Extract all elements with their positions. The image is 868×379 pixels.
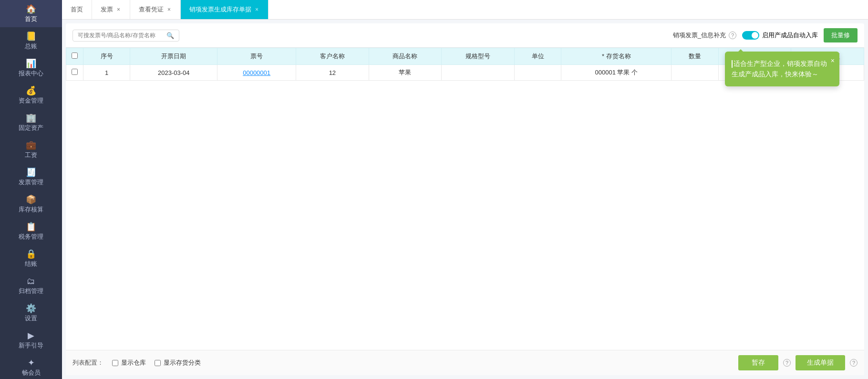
row-product-0: 苹果 <box>369 65 442 81</box>
search-input[interactable] <box>78 32 164 39</box>
sidebar-item-vip[interactable]: ✦ 畅会员 <box>0 354 62 379</box>
salary-icon: 💼 <box>26 141 36 149</box>
show-warehouse-checkbox[interactable] <box>112 360 118 366</box>
main-content: 首页发票×查看凭证×销项发票生成库存单据× 🔍 销项发票_信息补充 ? 启用产成… <box>62 0 868 379</box>
sidebar-label-funds: 资金管理 <box>19 96 43 105</box>
col-header-2: 开票日期 <box>130 48 217 65</box>
tab-sale_invoice[interactable]: 销项发票生成库存单据× <box>181 0 269 19</box>
archive-icon: 🗂 <box>27 277 35 285</box>
sidebar-item-invoice[interactable]: 🧾 发票管理 <box>0 163 62 190</box>
sidebar-label-guide: 新手引导 <box>19 341 43 350</box>
row-checkbox-0[interactable] <box>72 69 78 75</box>
col-header-7: 单位 <box>514 48 561 65</box>
row-unit-0 <box>514 65 561 81</box>
tooltip-cursor <box>732 60 733 68</box>
show-category-group: 显示存货分类 <box>155 358 201 367</box>
reports-icon: 📊 <box>26 59 36 68</box>
tab-view_voucher[interactable]: 查看凭证× <box>130 0 181 19</box>
bottom-actions: 暂存 ? 生成单据 ? <box>738 355 858 370</box>
row-customer-0: 12 <box>296 65 369 81</box>
auto-warehouse-toggle[interactable] <box>742 31 759 40</box>
show-warehouse-label: 显示仓库 <box>121 358 146 367</box>
sidebar-item-assets[interactable]: 🏢 固定资产 <box>0 109 62 136</box>
search-box[interactable]: 🔍 <box>72 30 179 42</box>
col-header-6: 规格型号 <box>442 48 515 65</box>
search-icon: 🔍 <box>166 32 174 39</box>
sidebar-item-archive[interactable]: 🗂 归档管理 <box>0 272 62 299</box>
tab-label-view_voucher: 查看凭证 <box>139 5 164 14</box>
sidebar-item-salary[interactable]: 💼 工资 <box>0 136 62 163</box>
sidebar-item-tax[interactable]: 📋 税务管理 <box>0 218 62 245</box>
sidebar-item-guide[interactable]: ▶ 新手引导 <box>0 326 62 354</box>
col-header-1: 序号 <box>83 48 130 65</box>
show-warehouse-group: 显示仓库 <box>112 358 146 367</box>
sidebar-label-tax: 税务管理 <box>19 232 43 241</box>
col-header-0[interactable] <box>66 48 83 65</box>
toggle-label: 启用产成品自动入库 <box>762 31 818 40</box>
tab-invoice[interactable]: 发票× <box>92 0 130 19</box>
sidebar-label-archive: 归档管理 <box>19 287 43 295</box>
tooltip-close-btn[interactable]: × <box>831 55 835 66</box>
sidebar-label-vip: 畅会员 <box>22 368 41 377</box>
sidebar-label-home: 首页 <box>25 15 37 23</box>
row-checkbox-cell-0[interactable] <box>66 65 83 81</box>
toggle-area: 启用产成品自动入库 <box>742 31 818 40</box>
invoice-icon: 🧾 <box>26 168 36 177</box>
show-category-label: 显示存货分类 <box>164 358 201 367</box>
sidebar-item-home[interactable]: 🏠 首页 <box>0 0 62 27</box>
tab-bar: 首页发票×查看凭证×销项发票生成库存单据× <box>62 0 868 20</box>
sidebar-label-salary: 工资 <box>25 151 37 159</box>
save-help-icon[interactable]: ? <box>783 359 791 367</box>
tab-close-invoice[interactable]: × <box>116 6 121 13</box>
row-invoice-no-0[interactable]: 00000001 <box>217 65 296 81</box>
col-header-4: 客户名称 <box>296 48 369 65</box>
row-inventory-0: 000001 苹果 个 <box>561 65 672 81</box>
info-label-area: 销项发票_信息补充 ? <box>673 31 736 40</box>
sidebar-label-settings: 设置 <box>25 314 37 323</box>
sidebar-label-assets: 固定资产 <box>19 124 43 132</box>
col-header-8: * 存货名称 <box>561 48 672 65</box>
gen-help-icon[interactable]: ? <box>850 359 858 367</box>
sidebar-item-inventory[interactable]: 📦 库存核算 <box>0 190 62 218</box>
sidebar-label-inventory: 库存核算 <box>19 205 43 214</box>
funds-icon: 💰 <box>26 86 36 95</box>
top-bar: 🔍 销项发票_信息补充 ? 启用产成品自动入库 批量修 <box>66 23 864 48</box>
tab-home[interactable]: 首页 <box>62 0 92 19</box>
row-qty-0 <box>672 65 718 81</box>
sidebar-label-ledger: 总账 <box>25 42 37 51</box>
sidebar-item-reports[interactable]: 📊 报表中心 <box>0 54 62 82</box>
row-seq-0: 1 <box>83 65 130 81</box>
tab-label-sale_invoice: 销项发票生成库存单据 <box>189 5 251 14</box>
tab-close-sale_invoice[interactable]: × <box>254 6 259 13</box>
batch-modify-btn[interactable]: 批量修 <box>824 28 858 42</box>
tab-close-view_voucher[interactable]: × <box>166 6 172 13</box>
sidebar-label-reports: 报表中心 <box>19 69 43 78</box>
sidebar-item-settings[interactable]: ⚙️ 设置 <box>0 299 62 326</box>
row-spec-0 <box>442 65 515 81</box>
select-all-checkbox[interactable] <box>72 53 78 59</box>
col-header-3: 票号 <box>217 48 296 65</box>
table-wrap: 序号开票日期票号客户名称商品名称规格型号单位* 存货名称数量销售单价销售金额 1… <box>66 48 864 350</box>
list-config-label: 列表配置： <box>72 358 103 367</box>
info-text: 销项发票_信息补充 <box>673 31 726 40</box>
inventory-icon: 📦 <box>26 195 36 204</box>
generate-btn[interactable]: 生成单据 <box>796 355 845 370</box>
sidebar-item-ledger[interactable]: 📒 总账 <box>0 27 62 54</box>
vip-icon: ✦ <box>28 358 35 367</box>
sidebar-item-funds[interactable]: 💰 资金管理 <box>0 82 62 109</box>
home-icon: 🏠 <box>26 5 36 13</box>
save-btn[interactable]: 暂存 <box>738 355 778 370</box>
info-icon[interactable]: ? <box>729 32 736 39</box>
sidebar-label-closing: 结账 <box>25 260 37 268</box>
bottom-bar: 列表配置： 显示仓库 显示存货分类 暂存 ? 生成单据 ? <box>66 350 864 375</box>
sidebar-item-closing[interactable]: 🔒 结账 <box>0 245 62 272</box>
row-date-0: 2023-03-04 <box>130 65 217 81</box>
col-header-5: 商品名称 <box>369 48 442 65</box>
invoice-link-0[interactable]: 00000001 <box>243 69 270 76</box>
settings-icon: ⚙️ <box>26 304 36 313</box>
page-content: 🔍 销项发票_信息补充 ? 启用产成品自动入库 批量修 序号开票日期票号客户名称… <box>66 23 864 375</box>
assets-icon: 🏢 <box>26 114 36 122</box>
sidebar: 🏠 首页 📒 总账 📊 报表中心 💰 资金管理 🏢 固定资产 💼 工资 🧾 发票… <box>0 0 62 379</box>
show-category-checkbox[interactable] <box>155 360 161 366</box>
closing-icon: 🔒 <box>26 250 36 258</box>
